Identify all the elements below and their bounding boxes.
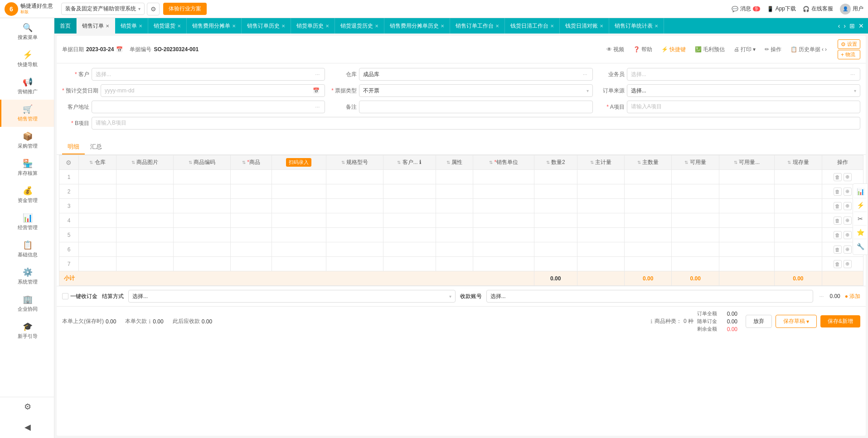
cell-main-qty[interactable]: [625, 170, 672, 184]
cell-product-image[interactable]: [116, 170, 173, 184]
info-icon[interactable]: ℹ: [419, 159, 422, 165]
sidebar-item-inventory[interactable]: 🏪 库存核算: [0, 154, 54, 181]
user-menu[interactable]: 👤 用户: [840, 4, 863, 14]
sort-icon[interactable]: ⇅: [242, 160, 246, 165]
cell-unit[interactable]: [473, 170, 534, 184]
copy-row-button[interactable]: ⊕: [844, 188, 852, 196]
close-icon[interactable]: ✕: [655, 24, 658, 29]
delete-row-button[interactable]: 🗑: [834, 260, 842, 268]
float-tool-button[interactable]: 🔧: [854, 240, 867, 253]
cell-main-unit[interactable]: [577, 170, 624, 184]
close-icon[interactable]: ✕: [106, 24, 109, 29]
delete-row-button[interactable]: 🗑: [834, 188, 842, 196]
b-project-input[interactable]: 请输入B项目: [92, 117, 860, 130]
settings-corner-button[interactable]: ⚙ 设置: [838, 39, 860, 49]
sort-icon[interactable]: ⇅: [131, 160, 135, 165]
sort-icon[interactable]: ⇅: [590, 160, 594, 165]
save-draft-button[interactable]: 保存草稿 ▾: [776, 315, 817, 328]
tab-sales-stats[interactable]: 销售订单统计表 ✕: [609, 18, 664, 34]
more-icon[interactable]: ···: [818, 293, 825, 299]
cell-product[interactable]: [230, 170, 272, 184]
close-icon[interactable]: ✕: [495, 24, 499, 29]
sidebar-item-operations[interactable]: 📊 经营管理: [0, 208, 54, 236]
profit-button[interactable]: 💹 毛利预估: [692, 45, 727, 54]
settings-button[interactable]: ⚙: [147, 3, 160, 15]
sidebar-item-marketing[interactable]: 📢 营销推广: [0, 72, 54, 100]
sort-icon[interactable]: ⇅: [446, 160, 450, 165]
close-icon[interactable]: ✕: [600, 24, 603, 29]
sort-icon[interactable]: ⇅: [546, 160, 550, 165]
close-icon[interactable]: ✕: [375, 24, 378, 29]
dots-icon[interactable]: ···: [314, 104, 321, 110]
tab-sales-invoice[interactable]: 销货单 ✕: [115, 18, 148, 34]
copy-row-button[interactable]: ⊕: [844, 202, 852, 210]
print-button[interactable]: 🖨 打印 ▾: [731, 45, 758, 54]
settle-method-select[interactable]: 选择... ▾: [128, 290, 456, 303]
float-chart-button[interactable]: 📊: [854, 186, 867, 198]
nav-right-arrow[interactable]: ›: [842, 21, 848, 30]
help-button[interactable]: ❓ 帮助: [630, 45, 655, 54]
quick-settle-checkbox[interactable]: 一键收订金: [62, 293, 97, 300]
industry-button[interactable]: 体验行业方案: [163, 3, 207, 15]
sidebar-item-finance[interactable]: 💰 资金管理: [0, 181, 54, 208]
float-star-button[interactable]: ⭐: [854, 226, 867, 239]
delivery-date-input[interactable]: yyyy-mm-dd 📅: [101, 84, 325, 97]
dots-icon[interactable]: ···: [314, 71, 321, 77]
sidebar-item-basic[interactable]: 📋 基础信息: [0, 236, 54, 263]
invoice-type-select[interactable]: 不开票 ▾: [359, 84, 592, 97]
delete-row-button[interactable]: 🗑: [834, 202, 842, 210]
cell-qty2[interactable]: [534, 170, 577, 184]
sidebar-item-quicknav[interactable]: ⚡ 快捷导航: [0, 45, 54, 72]
sort-icon[interactable]: ⇅: [489, 160, 493, 165]
customer-input[interactable]: 选择... ···: [92, 68, 325, 81]
tab-sales-expense[interactable]: 销售费用分摊单 ✕: [187, 18, 242, 34]
sort-icon[interactable]: ⇅: [734, 160, 737, 165]
col-settings[interactable]: ⚙: [59, 155, 79, 170]
tab-return-history[interactable]: 销货退货历史 ✕: [335, 18, 384, 34]
system-selector[interactable]: 装备及固定资产辅助管理系统 ▾: [61, 3, 145, 15]
calendar-icon[interactable]: 📅: [311, 87, 321, 94]
close-icon[interactable]: ✕: [325, 24, 329, 29]
close-icon[interactable]: ✕: [281, 24, 285, 29]
nav-left-arrow[interactable]: ‹: [836, 21, 842, 30]
sidebar-item-search[interactable]: 🔍 搜索菜单: [0, 18, 54, 45]
tab-cash-workbench[interactable]: 钱货日清工作台 ✕: [505, 18, 560, 34]
gear-icon[interactable]: ⚙: [66, 159, 72, 166]
delete-row-button[interactable]: 🗑: [834, 231, 842, 239]
sort-icon[interactable]: ⇅: [89, 160, 93, 165]
tab-cash-reconcile[interactable]: 钱货日清对账 ✕: [560, 18, 609, 34]
message-button[interactable]: 💬 消息 9: [732, 5, 760, 13]
sidebar-item-sales[interactable]: 🛒 销售管理: [0, 100, 54, 127]
sidebar-settings-button[interactable]: ⚙: [0, 397, 54, 418]
close-icon[interactable]: ✕: [177, 24, 181, 29]
tab-invoice-history[interactable]: 销货单历史 ✕: [291, 18, 335, 34]
order-source-select[interactable]: 选择... ▾: [627, 84, 860, 97]
cell-product-code[interactable]: [173, 170, 230, 184]
history-button[interactable]: 📋 历史单据 ‹›: [788, 45, 829, 54]
sidebar-item-enterprise[interactable]: 🏢 企业协同: [0, 290, 54, 317]
tab-order-history[interactable]: 销售订单历史 ✕: [242, 18, 291, 34]
staff-input[interactable]: 选择... ···: [627, 68, 860, 81]
online-service-button[interactable]: 🎧 在线客服: [803, 5, 833, 13]
add-payment-button[interactable]: ● 添加: [845, 293, 860, 300]
view-video-button[interactable]: 👁 视频: [604, 45, 627, 54]
close-icon[interactable]: ✕: [139, 24, 142, 29]
copy-row-button[interactable]: ⊕: [844, 245, 852, 254]
app-download-button[interactable]: 📱 App下载: [767, 5, 796, 13]
cell-customer-code[interactable]: [383, 170, 436, 184]
copy-row-button[interactable]: ⊕: [844, 260, 852, 268]
barcode-button[interactable]: 扫码录入: [286, 158, 311, 167]
sort-icon[interactable]: ⇅: [189, 160, 192, 165]
delete-row-button[interactable]: 🗑: [834, 173, 842, 181]
dots-icon[interactable]: ···: [582, 71, 589, 77]
tab-sales-order[interactable]: 销售订单 ✕: [77, 18, 115, 34]
cell-warehouse[interactable]: [78, 170, 116, 184]
nav-expand-icon[interactable]: ⊞: [848, 21, 857, 30]
sort-icon[interactable]: ⇅: [684, 160, 688, 165]
sidebar-item-system[interactable]: ⚙️ 系统管理: [0, 263, 54, 290]
cell-attribute[interactable]: [436, 170, 473, 184]
discard-button[interactable]: 放弃: [746, 315, 772, 328]
copy-row-button[interactable]: ⊕: [844, 217, 852, 225]
sort-icon[interactable]: ⇅: [341, 160, 345, 165]
receipt-account-select[interactable]: 选择...: [486, 290, 814, 303]
